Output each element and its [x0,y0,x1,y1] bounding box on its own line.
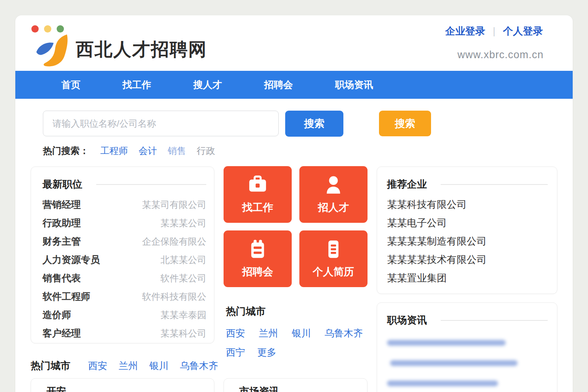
job-company: 某某某公司 [160,217,206,229]
city-link-yinchuan[interactable]: 银川 [149,359,168,372]
city-link-xian[interactable]: 西安 [226,327,245,340]
job-title[interactable]: 人力资源专员 [42,253,100,266]
job-company: 软件某公司 [160,272,206,284]
blurred-news-link[interactable] [387,381,498,386]
latest-jobs-title: 最新职位 [42,178,82,191]
recommended-companies-panel: 推荐企业 某某科技有限公司 某某电子公司 某某某某制造有限公司 某某某某技术有限… [377,167,557,294]
nav-item-find-job[interactable]: 找工作 [122,78,151,91]
more-cities-link[interactable]: 更多 [257,346,276,359]
hot-search-link-admin[interactable]: 行政 [197,145,215,157]
window-dot-yellow-icon [44,25,51,33]
tile-label: 找工作 [242,201,273,214]
blurred-news-link[interactable] [387,340,506,346]
nav-item-home[interactable]: 首页 [61,78,80,91]
briefcase-icon [247,174,268,196]
career-news-title: 职场资讯 [387,314,427,327]
company-list-item[interactable]: 某某置业集团 [387,269,548,287]
hot-search-label: 热门搜索： [43,145,89,157]
company-name[interactable]: 某某某某技术有限公司 [387,253,487,266]
hot-search-link-sales[interactable]: 销售 [168,145,186,157]
page-title: 西北人才招聘网 [76,38,207,62]
search-input[interactable] [43,111,279,136]
city-link-urumqi[interactable]: 乌鲁木齐 [325,327,363,340]
company-name[interactable]: 某某置业集团 [387,271,447,285]
site-url: www.xbrc.com.cn [457,49,544,61]
header-divider-line [441,320,548,321]
company-name[interactable]: 某某科技有限公司 [387,198,467,211]
job-list-item[interactable]: 营销经理 某某司有限公司 [42,196,206,214]
city-link-yinchuan[interactable]: 银川 [292,327,311,340]
site-logo-icon [33,34,74,67]
job-company: 某某司有限公司 [142,199,206,211]
tile-job-fair[interactable]: 招聘会 [224,230,292,287]
job-company: 软件科技有限公 [142,291,206,303]
nav-item-career-news[interactable]: 职场资讯 [335,78,373,91]
job-title[interactable]: 软件工程师 [42,290,90,303]
recommended-companies-title: 推荐企业 [387,178,427,191]
search-button-blue[interactable]: 搜索 [285,111,343,137]
bottom-right-panel-title: 市场资讯 [239,385,279,392]
company-name[interactable]: 某某电子公司 [387,216,447,230]
person-icon [323,174,344,196]
hot-cities-title: 热门城市 [226,305,266,318]
job-list-item[interactable]: 行政助理 某某某公司 [42,214,206,232]
company-name[interactable]: 某某某某制造有限公司 [387,235,487,248]
company-list-item[interactable]: 某某某某技术有限公司 [387,251,548,269]
window-controls [31,25,64,33]
calendar-icon [247,238,268,260]
job-title[interactable]: 客户经理 [42,327,81,340]
header-divider-line [96,184,206,185]
city-link-xian[interactable]: 西安 [88,359,107,372]
job-list-item[interactable]: 财务主管 企企保险有限公 [42,232,206,250]
main-navbar: 首页 找工作 搜人才 招聘会 职场资讯 [15,71,573,99]
window-dot-red-icon [31,25,39,33]
job-list-item[interactable]: 客户经理 某某科公司 [42,324,206,342]
blurred-news-link[interactable] [390,360,518,366]
search-button-orange[interactable]: 搜索 [379,111,431,136]
tile-label: 招聘会 [242,265,273,279]
login-links-divider: | [493,25,495,37]
city-link-lanzhou[interactable]: 兰州 [259,327,278,340]
career-news-panel: 职场资讯 [377,302,557,392]
job-title[interactable]: 造价师 [42,309,71,321]
nav-item-search-talent[interactable]: 搜人才 [193,78,222,91]
tile-find-job[interactable]: 找工作 [224,166,292,223]
city-link-lanzhou[interactable]: 兰州 [119,359,138,372]
city-link-urumqi[interactable]: 乌鲁木齐 [180,359,218,372]
company-list-item[interactable]: 某某某某制造有限公司 [387,232,548,250]
tile-personal-resume[interactable]: 个人简历 [299,230,368,287]
nav-item-job-fair[interactable]: 招聘会 [264,78,293,91]
job-list-item[interactable]: 造价师 某某幸泰园 [42,306,206,324]
resume-icon [323,238,344,260]
city-link-xining[interactable]: 西宁 [226,346,245,359]
bottom-right-panel: 市场资讯 [224,378,368,392]
company-list-item[interactable]: 某某电子公司 [387,214,548,232]
bottom-left-panel-title: 开安 [46,385,66,392]
tile-recruit-talent[interactable]: 招人才 [299,166,368,223]
latest-jobs-panel: 最新职位 营销经理 某某司有限公司 行政助理 某某某公司 财务主管 企企保险有限… [31,167,214,343]
hot-search-link-accountant[interactable]: 会计 [139,145,157,157]
header-divider-line [441,184,548,185]
company-list-item[interactable]: 某某科技有限公司 [387,196,548,214]
job-company: 某某科公司 [160,327,206,340]
job-list-item[interactable]: 人力资源专员 北某某公司 [42,251,206,269]
tile-label: 招人才 [318,201,349,214]
tile-label: 个人简历 [313,265,354,279]
hot-cities-bottom-label: 热门城市 [31,359,70,372]
job-list-item[interactable]: 销售代表 软件某公司 [42,269,206,287]
job-title[interactable]: 行政助理 [42,217,81,229]
window-dot-green-icon [57,25,64,33]
job-title[interactable]: 财务主管 [42,235,81,248]
job-list-item[interactable]: 软件工程师 软件科技有限公 [42,287,206,305]
job-title[interactable]: 营销经理 [42,198,81,211]
job-company: 企企保险有限公 [142,235,206,248]
enterprise-login-link[interactable]: 企业登录 [445,24,485,38]
browser-window: 西北人才招聘网 企业登录 | 个人登录 www.xbrc.com.cn 首页 找… [15,15,573,392]
hot-search-link-engineer[interactable]: 工程师 [100,145,128,157]
bottom-left-panel: 开安 [31,378,214,392]
job-company: 某某幸泰园 [160,309,206,321]
personal-login-link[interactable]: 个人登录 [503,24,543,38]
job-title[interactable]: 销售代表 [42,272,81,284]
job-company: 北某某公司 [160,254,206,266]
